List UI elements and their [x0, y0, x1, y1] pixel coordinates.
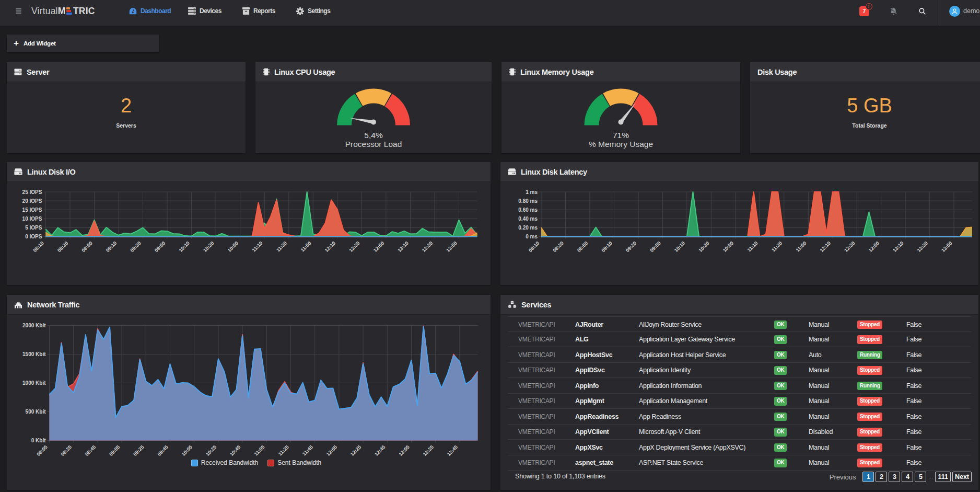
widget-title: Linux Memory Usage: [520, 68, 593, 76]
status-badge: OK: [774, 443, 787, 452]
status-badge: OK: [774, 459, 787, 467]
disk-usage-label: Total Storage: [852, 122, 886, 129]
service-state: Stopped: [857, 394, 882, 409]
notification-badge: 7 !: [859, 6, 869, 16]
service-service-name: Appinfo: [575, 378, 599, 394]
svg-text:13:50: 13:50: [445, 240, 458, 253]
svg-text:0.60 ms: 0.60 ms: [518, 207, 538, 213]
service-host: VMETRICAPI: [518, 425, 555, 440]
service-row[interactable]: VMETRICAPIAppinfoApplication Information…: [508, 378, 971, 394]
service-description: Microsoft App-V Client: [639, 425, 700, 440]
service-service-name: ALG: [575, 332, 589, 348]
pagination-page-2[interactable]: 2: [876, 472, 887, 482]
service-row[interactable]: VMETRICAPIAJRouterAllJoyn Router Service…: [508, 316, 971, 332]
svg-text:0 Kbit: 0 Kbit: [31, 438, 46, 443]
pagination-previous[interactable]: Previous: [830, 473, 856, 481]
svg-text:12:10: 12:10: [819, 240, 832, 253]
status-badge: OK: [774, 351, 787, 360]
pagination-page-111[interactable]: 111: [935, 472, 950, 482]
svg-text:0.80 ms: 0.80 ms: [518, 198, 538, 204]
state-badge: Stopped: [857, 413, 882, 421]
service-status: OK: [774, 425, 787, 440]
notifications-button[interactable]: 7 !: [859, 0, 869, 22]
svg-text:11:10: 11:10: [746, 240, 759, 253]
svg-text:09:50: 09:50: [154, 240, 167, 253]
service-host: VMETRICAPI: [518, 363, 555, 379]
service-state: Stopped: [857, 455, 882, 471]
service-host: VMETRICAPI: [518, 409, 555, 425]
widget-title: Network Traffic: [27, 301, 79, 309]
state-badge: Stopped: [857, 321, 882, 329]
network-traffic-widget: Network Traffic 0 Kbit500 Kbit1000 Kbit1…: [7, 295, 491, 490]
svg-text:11:05: 11:05: [253, 444, 266, 457]
service-status: OK: [774, 409, 787, 425]
state-badge: Stopped: [857, 459, 882, 467]
svg-text:10:45: 10:45: [229, 444, 242, 457]
svg-text:13:50: 13:50: [940, 240, 953, 253]
legend-label: Received Bandwidth: [201, 459, 258, 466]
services-footer-text: Showing 1 to 10 of 1,103 entries: [515, 473, 605, 480]
service-row[interactable]: VMETRICAPIAppHostSvcApplication Host Hel…: [508, 347, 971, 363]
svg-text:10:05: 10:05: [180, 444, 193, 457]
mute-notifications-button[interactable]: [890, 0, 897, 22]
legend-label: Sent Bandwidth: [277, 459, 321, 466]
disk-io-widget-header: Linux Disk I/O: [7, 162, 491, 182]
state-badge: Stopped: [857, 428, 882, 437]
pagination-page-5[interactable]: 5: [915, 472, 926, 482]
service-startup-type: Auto: [809, 347, 822, 363]
svg-text:12:25: 12:25: [349, 444, 363, 457]
svg-text:25 IOPS: 25 IOPS: [22, 189, 42, 195]
hdd-icon: [508, 168, 516, 175]
svg-text:5 IOPS: 5 IOPS: [25, 225, 42, 231]
svg-text:12:05: 12:05: [325, 444, 338, 457]
svg-text:13:30: 13:30: [916, 240, 929, 253]
svg-text:20 IOPS: 20 IOPS: [22, 198, 42, 204]
search-button[interactable]: [919, 0, 926, 22]
service-row[interactable]: VMETRICAPIAppReadinessApp ReadinessOKMan…: [508, 409, 971, 425]
service-row[interactable]: VMETRICAPIAppMgmtApplication ManagementO…: [508, 394, 971, 409]
state-badge: Stopped: [857, 366, 882, 375]
svg-text:500 Kbit: 500 Kbit: [26, 409, 46, 415]
service-row[interactable]: VMETRICAPIaspnet_stateASP.NET State Serv…: [508, 455, 971, 471]
add-widget-button[interactable]: + Add Widget: [7, 35, 159, 52]
memory-widget-header: Linux Memory Usage: [501, 62, 740, 82]
service-service-name: AppHostSvc: [575, 347, 612, 363]
service-startup-type: Manual: [809, 317, 829, 333]
status-badge: OK: [774, 382, 787, 391]
service-state: Stopped: [857, 317, 882, 333]
service-description: Application Host Helper Service: [639, 347, 726, 363]
svg-text:10:10: 10:10: [673, 240, 686, 253]
service-description: ASP.NET State Service: [639, 455, 703, 471]
service-service-name: AppReadiness: [575, 409, 619, 425]
server-widget: Server 2 Servers: [7, 62, 246, 153]
disk-usage-value: 5 GB: [847, 95, 892, 117]
pagination-page-1[interactable]: 1: [862, 472, 874, 482]
received-swatch: [191, 460, 198, 466]
svg-text:2000 Kbit: 2000 Kbit: [22, 323, 46, 328]
svg-text:08:50: 08:50: [80, 240, 94, 253]
service-row[interactable]: VMETRICAPIAppXSvcAppX Deployment Service…: [508, 440, 971, 455]
pagination-page-4[interactable]: 4: [902, 472, 913, 482]
add-widget-label: Add Widget: [24, 40, 56, 47]
service-row[interactable]: VMETRICAPIAppIDSvcApplication IdentityOK…: [508, 363, 971, 379]
service-host: VMETRICAPI: [518, 347, 555, 363]
service-host: VMETRICAPI: [518, 332, 555, 348]
service-delayed-start: False: [906, 440, 921, 455]
user-menu[interactable]: demo: [949, 0, 979, 22]
service-service-name: aspnet_state: [575, 455, 613, 471]
svg-text:09:50: 09:50: [649, 240, 662, 253]
service-row[interactable]: VMETRICAPIALGApplication Layer Gateway S…: [508, 332, 971, 348]
status-badge: OK: [774, 397, 787, 406]
pagination-page-3[interactable]: 3: [889, 472, 900, 482]
service-startup-type: Manual: [809, 409, 829, 425]
service-delayed-start: False: [906, 332, 921, 348]
service-service-name: AppIDSvc: [575, 363, 605, 379]
service-startup-type: Disabled: [809, 425, 833, 440]
service-row[interactable]: VMETRICAPIAppVClientMicrosoft App-V Clie…: [508, 425, 971, 440]
disk-usage-widget: Disk Usage 5 GB Total Storage: [750, 62, 980, 153]
service-description: Application Information: [639, 378, 702, 394]
pagination-next[interactable]: Next: [952, 472, 972, 482]
network-traffic-widget-header: Network Traffic: [7, 295, 491, 315]
service-startup-type: Manual: [809, 394, 829, 409]
svg-text:08:05: 08:05: [36, 444, 49, 457]
